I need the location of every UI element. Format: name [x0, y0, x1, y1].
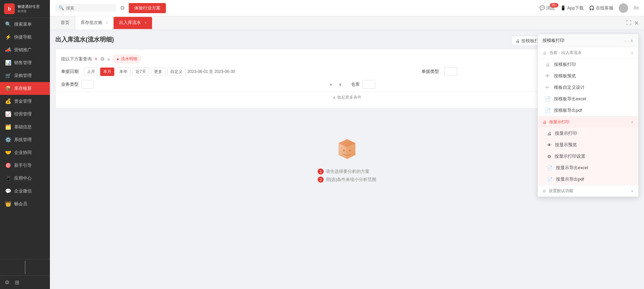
logo-badge: 标准版: [18, 9, 40, 14]
dp-tmpl-custom-label: 模板自定义设计: [554, 84, 585, 90]
topbar-right: 💬 消息 99+ 📱 App下载 🎧 在线客服 Rit: [539, 3, 639, 13]
dp-tmpl-print[interactable]: 🖨 按模板打印: [538, 59, 638, 70]
avatar[interactable]: [619, 3, 628, 13]
empty-steps: 1 请先选择要分析的方案 2 用[选]条件来缩小分析范围: [318, 168, 376, 185]
sidebar-item-system[interactable]: ⚙️ 系统管理: [0, 133, 50, 146]
sidebar-item-sales[interactable]: 📊 销售管理: [0, 56, 50, 69]
sidebar-item-member[interactable]: 👑 畅会员: [0, 198, 50, 210]
logo-icon: b: [4, 3, 15, 14]
add-filter-button[interactable]: +: [94, 56, 97, 62]
dp-disp-pdf[interactable]: 📄 按显示导出pdf: [538, 174, 638, 185]
collapse-button[interactable]: «: [107, 56, 110, 62]
sidebar-item-search[interactable]: 🔍 搜索菜单: [0, 18, 50, 31]
box-icon: 📦: [5, 85, 11, 91]
business-type-select[interactable]: [81, 80, 94, 89]
sidebar-item-label: 企业协同: [14, 150, 32, 156]
sidebar-item-label: 采购管理: [14, 73, 32, 79]
message-button[interactable]: 💬 消息 99+: [539, 5, 555, 11]
dp-tmpl-excel[interactable]: 📄 按模板导出excel: [538, 93, 638, 105]
close-all-icon[interactable]: ✕: [634, 20, 639, 26]
display-icon: 🖨: [543, 120, 547, 125]
target-icon: 🎯: [5, 162, 11, 168]
tab-batch[interactable]: 库存批次账 ×: [75, 16, 114, 30]
ellipsis-icon[interactable]: ···: [624, 38, 627, 43]
svg-point-4: [343, 150, 345, 152]
date-current-month[interactable]: 本月: [100, 68, 114, 76]
tab-flow[interactable]: 出入库流水 ×: [114, 17, 152, 29]
date-custom[interactable]: 自定义: [167, 68, 185, 76]
topbar-search-box[interactable]: 🔍: [55, 4, 116, 12]
doctype-select[interactable]: [444, 67, 457, 76]
sidebar-settings-icon[interactable]: ⚙: [5, 279, 9, 286]
pdf-icon: 📄: [547, 177, 553, 182]
trial-button[interactable]: 体验行业方案: [129, 3, 166, 13]
sidebar-item-operations[interactable]: 📈 经营管理: [0, 108, 50, 121]
online-service-button[interactable]: 🎧 在线客服: [589, 5, 613, 11]
dp-tmpl-custom[interactable]: ✏ 模板自定义设计: [538, 82, 638, 93]
sidebar-item-shortcut[interactable]: ⚡ 快捷导航: [0, 31, 50, 44]
maximize-icon[interactable]: ⛶: [626, 20, 632, 26]
sidebar-item-label: 企业微信: [14, 188, 32, 194]
sidebar-item-purchase[interactable]: 🛒 采购管理: [0, 69, 50, 82]
tab-home[interactable]: 首页: [55, 16, 75, 30]
display-section-header[interactable]: 🖨 按显示打印 ∧: [538, 116, 638, 128]
display-section-chevron: ∧: [631, 120, 634, 124]
step1-num: 1: [318, 168, 324, 175]
topbar-gear-icon[interactable]: ⚙: [120, 5, 125, 11]
tabs-end-controls: ⛶ ✕: [626, 20, 639, 26]
dp-tmpl-preview[interactable]: 👁 按模板预览: [538, 70, 638, 82]
excel-icon: 📄: [547, 165, 553, 170]
money-icon: 💰: [5, 98, 11, 104]
sidebar-item-label: 基础信息: [14, 124, 32, 130]
dp-disp-print[interactable]: 🖨 按显示打印: [538, 128, 638, 139]
date-this-year[interactable]: 本年: [116, 68, 130, 76]
tab-flow-close[interactable]: ×: [144, 21, 146, 25]
sidebar-item-label: 畅会员: [14, 201, 27, 207]
handshake-icon: 🤝: [5, 150, 11, 156]
sidebar-item-guide[interactable]: 🎯 新手引导: [0, 159, 50, 172]
dp-tmpl-pdf[interactable]: 📄 按模板导出pdf: [538, 105, 638, 116]
chat-icon: 💬: [5, 188, 11, 194]
dp-disp-settings[interactable]: ⚙ 按显示打印设置: [538, 151, 638, 162]
sidebar-item-marketing[interactable]: 📣 营销推广: [0, 44, 50, 56]
sidebar-item-finance[interactable]: 💰 资金管理: [0, 95, 50, 108]
filter-tag-item[interactable]: ● 流水明细: [113, 55, 141, 63]
sidebar-toggle-icon[interactable]: ⊞: [15, 279, 19, 286]
dp-tmpl-preview-label: 按模板预览: [554, 73, 576, 79]
topbar-search-input[interactable]: [66, 6, 107, 10]
date-prev-month[interactable]: 上月: [84, 68, 98, 76]
tab-batch-close[interactable]: ×: [106, 21, 108, 25]
sidebar-item-label: 系统管理: [14, 137, 32, 143]
warehouse-select[interactable]: [362, 80, 375, 89]
default-label: 设置默认功能: [549, 188, 573, 194]
crown-icon: 👑: [5, 201, 11, 207]
sidebar-item-inventory[interactable]: 📦 库存核算: [0, 82, 50, 95]
trend-icon: 📈: [5, 111, 11, 117]
dropdown-panel: 按模板打印 ··· ∧ 🖨 当前：出入库流水 ∨ 🖨 按模板打印 👁 按模板预览…: [537, 34, 639, 197]
date-last7days[interactable]: 近7天: [133, 68, 149, 76]
business-type-more-button[interactable]: ▾: [338, 81, 343, 88]
dp-disp-preview[interactable]: 👁 按显示预览: [538, 139, 638, 151]
current-template-icon: 🖨: [543, 51, 547, 55]
sidebar-item-wechat[interactable]: 💬 企业微信: [0, 185, 50, 198]
date-filter-buttons: 上月 本月 本年 近7天 更多 自定义 2023-06-01 至 2023-06…: [84, 68, 235, 76]
sidebar-item-basic[interactable]: 🗂️ 基础信息: [0, 121, 50, 133]
default-section[interactable]: ⚙ 设置默认功能 ∨: [538, 185, 638, 196]
sidebar-item-appcenter[interactable]: 📱 应用中心: [0, 172, 50, 185]
printer-icon: 🖨: [547, 131, 552, 136]
chevron-up-icon[interactable]: ∧: [630, 38, 634, 43]
app-download-button[interactable]: 📱 App下载: [560, 5, 584, 11]
current-template-header[interactable]: 🖨 当前：出入库流水 ∨: [538, 47, 638, 58]
filter-settings-button[interactable]: ⚙: [100, 56, 105, 62]
folder-icon: 🗂️: [5, 124, 11, 130]
search-icon: 🔍: [5, 21, 11, 27]
current-section-chevron: ∨: [631, 51, 634, 55]
date-more[interactable]: 更多: [151, 68, 165, 76]
lightning-icon: ⚡: [5, 34, 11, 40]
default-icon: ⚙: [543, 189, 546, 193]
chart-icon: 📊: [5, 60, 11, 66]
sidebar-item-enterprise[interactable]: 🤝 企业协同: [0, 146, 50, 159]
template-items-section: 🖨 按模板打印 👁 按模板预览 ✏ 模板自定义设计 📄 按模板导出excel 📄…: [538, 59, 638, 116]
dp-disp-excel[interactable]: 📄 按显示导出excel: [538, 162, 638, 174]
dropdown-header: 按模板打印 ··· ∧: [538, 34, 638, 47]
